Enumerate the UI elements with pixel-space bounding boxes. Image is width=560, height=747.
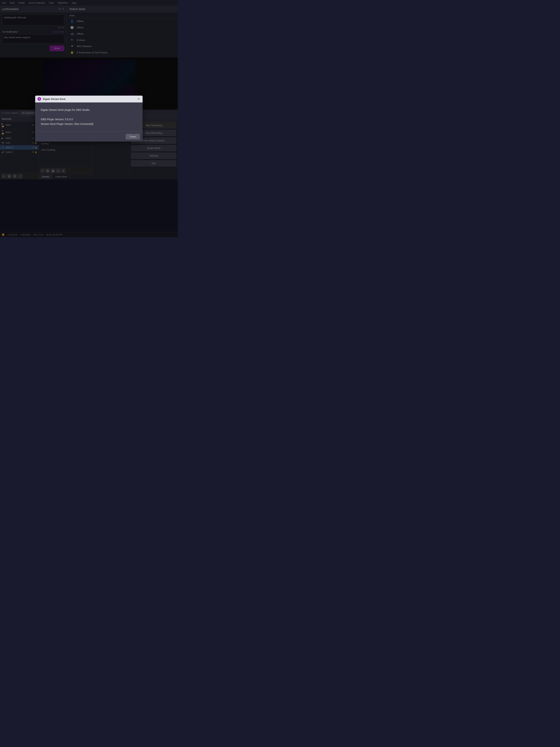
modal-close-button[interactable]: Close bbox=[126, 134, 140, 139]
modal-body: Elgato Stream Deck plugin for OBS Studio… bbox=[35, 102, 142, 132]
modal-streamdeck-version: Stream Deck Plugin Version: [Not Connect… bbox=[41, 122, 137, 126]
modal-overlay: S Elgato Stream Deck ✕ Elgato Stream Dec… bbox=[0, 0, 178, 237]
modal-title-icon: S bbox=[37, 97, 41, 101]
modal-main-text: Elgato Stream Deck plugin for OBS Studio… bbox=[41, 108, 137, 112]
elgato-logo: S bbox=[38, 98, 40, 100]
modal-x-close-button[interactable]: ✕ bbox=[136, 97, 140, 101]
modal-footer: Close bbox=[35, 132, 142, 141]
modal-obs-version: OBS Plugin Version: 5.5.0.0 bbox=[41, 117, 137, 122]
elgato-modal: S Elgato Stream Deck ✕ Elgato Stream Dec… bbox=[35, 96, 142, 141]
modal-title-text: Elgato Stream Deck bbox=[43, 98, 135, 100]
modal-titlebar: S Elgato Stream Deck ✕ bbox=[35, 96, 142, 102]
